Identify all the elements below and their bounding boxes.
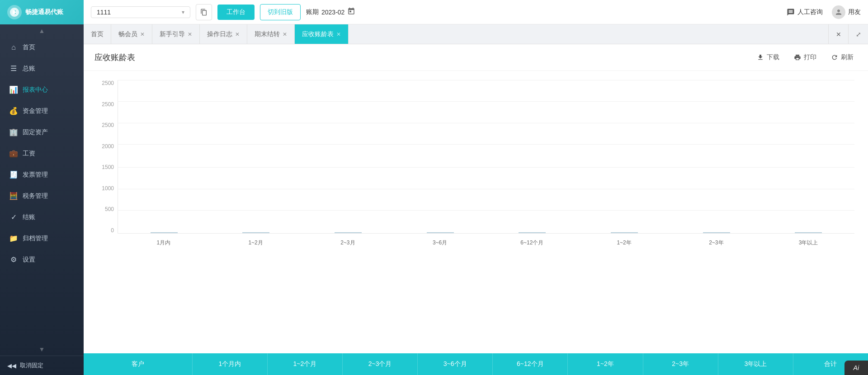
user-name: 用友	[848, 8, 861, 16]
tab-close-guide[interactable]: ✕	[188, 31, 192, 38]
scroll-up-indicator[interactable]: ▲	[0, 24, 84, 37]
tab-label-log: 操作日志	[207, 30, 232, 38]
consulting-button[interactable]: 人工咨询	[787, 8, 823, 16]
sidebar-label-reports: 报表中心	[23, 86, 48, 94]
bar-4	[519, 232, 546, 233]
page-title: 应收账龄表	[94, 52, 135, 63]
sidebar-label-assets: 固定资产	[23, 128, 48, 136]
refresh-label: 刷新	[841, 53, 854, 61]
x-axis: 1月内1~2月2~3月3~6月6~12个月1~2年2~3年3年以上	[118, 234, 854, 252]
sidebar-icon-funds: 💰	[9, 107, 18, 115]
th-0: 客户	[84, 353, 193, 375]
sidebar-icon-invoice: 🧾	[9, 170, 18, 179]
download-button[interactable]: 下载	[753, 52, 783, 63]
x-label-3: 3~6月	[394, 239, 486, 247]
tab-log[interactable]: 操作日志✕	[200, 24, 247, 44]
consulting-label: 人工咨询	[797, 8, 823, 16]
th-8: 3年以上	[718, 353, 793, 375]
tab-closing[interactable]: 期末结转✕	[247, 24, 295, 44]
bar-6	[703, 232, 730, 233]
tab-aging[interactable]: 应收账龄表✕	[295, 24, 349, 44]
sidebar-item-invoice[interactable]: 🧾 发票管理	[0, 164, 84, 185]
x-label-6: 2~3年	[670, 239, 763, 247]
sidebar-item-ledger[interactable]: ☰ 总账	[0, 58, 84, 79]
y-label-1500: 1500	[102, 164, 114, 170]
th-1: 1个月内	[193, 353, 268, 375]
sidebar-icon-reports: 📊	[9, 85, 18, 94]
x-label-5: 1~2年	[578, 239, 670, 247]
th-5: 6~12个月	[493, 353, 568, 375]
print-button[interactable]: 打印	[790, 52, 820, 63]
tab-home[interactable]: 首页	[84, 24, 111, 44]
tab-label-aging: 应收账龄表	[302, 30, 334, 38]
print-label: 打印	[804, 53, 816, 61]
y-label-500: 500	[105, 206, 114, 212]
tab-guide[interactable]: 新手引导✕	[152, 24, 200, 44]
tab-close-log[interactable]: ✕	[235, 31, 240, 38]
sidebar-label-tax: 税务管理	[23, 192, 48, 200]
tab-close-member[interactable]: ✕	[140, 31, 145, 38]
sidebar-item-reports[interactable]: 📊 报表中心	[0, 79, 84, 100]
bar-group-3	[394, 232, 486, 233]
sidebar-item-checkout[interactable]: ✓ 结账	[0, 206, 84, 228]
sidebar-icon-tax: 🧮	[9, 192, 18, 200]
download-label: 下载	[767, 53, 779, 61]
bar-group-7	[762, 232, 854, 233]
table-header: 客户1个月内1~2个月2~3个月3~6个月6~12个月1~2年2~3年3年以上合…	[84, 353, 868, 375]
tab-close-closing[interactable]: ✕	[283, 31, 287, 38]
chart-wrapper: 2500 2500 2500 2000 1500 1000 500 0	[97, 80, 854, 252]
user-avatar	[832, 5, 845, 19]
sidebar-label-funds: 资金管理	[23, 107, 48, 115]
user-button[interactable]: 用友	[832, 5, 861, 19]
x-label-2: 2~3月	[302, 239, 394, 247]
sidebar-item-settings[interactable]: ⚙ 设置	[0, 249, 84, 270]
ai-badge[interactable]: Ai	[844, 361, 868, 375]
workbench-button[interactable]: 工作台	[217, 5, 255, 20]
tab-close-aging[interactable]: ✕	[336, 31, 341, 38]
bar-5	[611, 232, 638, 233]
sidebar-item-tax[interactable]: 🧮 税务管理	[0, 185, 84, 206]
y-label-2500c: 2500	[102, 122, 114, 128]
tab-member[interactable]: 畅会员✕	[111, 24, 152, 44]
y-label-2000: 2000	[102, 143, 114, 150]
sidebar-item-archive[interactable]: 📁 归档管理	[0, 228, 84, 249]
tab-label-closing: 期末结转	[255, 30, 280, 38]
bar-group-5	[578, 232, 670, 233]
bar-group-1	[210, 232, 302, 233]
sidebar-label-payroll: 工资	[23, 150, 35, 158]
scroll-down-indicator[interactable]: ▼	[0, 343, 84, 356]
refresh-button[interactable]: 刷新	[827, 52, 857, 63]
sidebar-item-assets[interactable]: 🏢 固定资产	[0, 122, 84, 143]
sidebar-footer[interactable]: ◀◀ 取消固定	[0, 356, 84, 375]
x-label-4: 6~12个月	[486, 239, 578, 247]
bar-group-0	[118, 232, 210, 233]
y-label-0: 0	[111, 227, 114, 234]
calendar-icon[interactable]	[347, 7, 355, 17]
close-all-tabs-button[interactable]: ✕	[828, 24, 848, 44]
sidebar-icon-home: ⌂	[9, 43, 18, 52]
dropdown-icon: ▾	[182, 9, 184, 15]
sidebar-scroll: ⌂ 首页 ☰ 总账 📊 报表中心 💰 资金管理 🏢 固定资产 💼 工资 🧾 发票…	[0, 37, 84, 343]
y-label-2500a: 2500	[102, 80, 114, 86]
pin-icon: ◀◀	[7, 362, 16, 369]
bar-3	[427, 232, 454, 233]
bar-2	[335, 232, 362, 233]
x-label-0: 1月内	[118, 239, 210, 247]
sidebar-item-payroll[interactable]: 💼 工资	[0, 143, 84, 164]
expand-button[interactable]: ⤢	[848, 24, 868, 44]
sidebar-label-home: 首页	[23, 43, 35, 52]
switch-button[interactable]: 切到旧版	[260, 4, 301, 20]
sidebar-item-home[interactable]: ⌂ 首页	[0, 37, 84, 58]
tab-bar: 首页畅会员✕新手引导✕操作日志✕期末结转✕应收账龄表✕ ✕ ⤢	[84, 24, 868, 44]
company-selector[interactable]: 1111 ▾	[91, 6, 190, 18]
copy-button[interactable]	[196, 4, 212, 20]
sidebar-item-funds[interactable]: 💰 资金管理	[0, 100, 84, 122]
logo-area: 畅捷通易代账	[0, 0, 84, 24]
x-label-7: 3年以上	[762, 239, 854, 247]
period-area: 账期 2023-02	[306, 7, 355, 17]
sidebar-icon-checkout: ✓	[9, 213, 18, 221]
th-6: 1~2年	[568, 353, 643, 375]
chart-container: 2500 2500 2500 2000 1500 1000 500 0	[84, 71, 868, 252]
period-label: 账期	[306, 8, 319, 16]
sidebar: ▲ ⌂ 首页 ☰ 总账 📊 报表中心 💰 资金管理 🏢 固定资产 💼 工资 🧾 …	[0, 24, 84, 375]
